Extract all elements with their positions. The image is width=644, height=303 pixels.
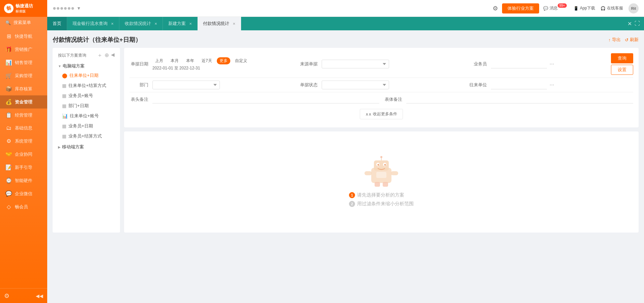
tab-close-receivable[interactable]: ✕: [154, 22, 157, 26]
counterpart-input[interactable]: [491, 81, 547, 89]
sidebar-logo: 畅 畅捷通坊 标准版: [0, 0, 47, 17]
enterprise-icon: 🤝: [5, 151, 12, 157]
query-btn[interactable]: 查询: [611, 53, 633, 63]
settings-btn[interactable]: 设置: [611, 65, 633, 75]
footer-collapse-icon[interactable]: ◀◀: [36, 293, 43, 299]
date-option-this-year[interactable]: 本年: [183, 57, 197, 65]
hardware-icon: ⌚: [5, 177, 12, 184]
tab-close-cash-flow[interactable]: ✕: [111, 22, 114, 26]
svg-point-7: [380, 156, 382, 158]
date-option-this-month[interactable]: 本月: [168, 57, 181, 65]
tab-close-all-icon[interactable]: ✕: [627, 21, 632, 27]
system-icon: ⚙: [5, 138, 12, 144]
main-layout: 按以下方案查询 ＋ ⊕ ◀ ▼ 电脑端方案 ⬤ 往来单位+日期: [53, 48, 639, 233]
content-area: 付款情况统计（往来单位+日期） ↑ 导出 ↺ 刷新 按以下方案查询 ＋: [47, 30, 644, 303]
scheme-item-dept-date[interactable]: ▦ 部门+日期: [55, 101, 117, 111]
notification-badge: 99+: [558, 3, 567, 8]
sidebar-item-wechat[interactable]: 💬 企业微信: [0, 187, 47, 200]
scheme-settings-icon[interactable]: ⊕: [105, 52, 109, 59]
sidebar-item-quick-nav[interactable]: ⊞ 快捷导航: [0, 30, 47, 43]
tabbar: 首页 现金银行流水查询 ✕ 收款情况统计 ✕ 新建方案 ✕ 付款情况统计 ✕ ✕…: [47, 17, 644, 30]
logo-text: 畅捷通坊 标准版: [16, 3, 33, 14]
scheme-item-unit-account[interactable]: 📊 往来单位+账号: [55, 111, 117, 121]
tab-payment-stats[interactable]: 付款情况统计 ✕: [198, 17, 241, 30]
tab-home[interactable]: 首页: [47, 17, 67, 30]
marketing-icon: 🎁: [5, 46, 12, 53]
sidebar-item-system[interactable]: ⚙ 系统管理: [0, 134, 47, 148]
sidebar-item-marketing[interactable]: 🎁 营销推广: [0, 43, 47, 56]
svg-rect-12: [376, 172, 386, 178]
scheme-collapse-icon[interactable]: ◀: [111, 52, 115, 59]
svg-rect-11: [383, 182, 388, 187]
empty-tips: 请先选择要分析的方案 用过滤条件来缩小分析范围: [349, 192, 414, 210]
counterpart-dots[interactable]: ···: [550, 82, 554, 88]
collapse-btn[interactable]: ∧∧ 收起更多条件: [360, 109, 403, 119]
scheme-item-unit-date[interactable]: ⬤ 往来单位+日期: [55, 70, 117, 81]
date-option-more[interactable]: 更多: [217, 57, 230, 64]
tab-close-payment-stats[interactable]: ✕: [233, 22, 235, 26]
svg-point-5: [384, 164, 386, 166]
empty-state: 请先选择要分析的方案 用过滤条件来缩小分析范围: [349, 131, 414, 233]
search-menu[interactable]: 🔍 搜索菜单: [0, 17, 47, 28]
header-note-input[interactable]: [152, 95, 379, 103]
desktop-group-arrow: ▼: [58, 64, 61, 68]
topbar-settings-icon[interactable]: ⚙: [493, 5, 498, 12]
collapse-icon: ∧∧: [365, 112, 372, 117]
sidebar-item-hardware[interactable]: ⌚ 智能硬件: [0, 174, 47, 187]
tab-new-scheme[interactable]: 新建方案 ✕: [163, 17, 198, 30]
scheme-group-mobile-header[interactable]: ▶ 移动端方案: [55, 143, 117, 151]
sidebar-item-vip[interactable]: ◇ 畅会员: [0, 200, 47, 213]
scheme-item-staff-account[interactable]: ▦ 业务员+账号: [55, 91, 117, 101]
page-header: 付款情况统计（往来单位+日期） ↑ 导出 ↺ 刷新: [53, 36, 639, 44]
query-actions: 查询 设置: [611, 53, 633, 75]
sidebar-item-guide[interactable]: 📝 新手引导: [0, 161, 47, 174]
app-download-action[interactable]: 📱 App下载: [574, 5, 595, 11]
date-range: 2022-01-01 至 2022-12-31: [152, 65, 295, 71]
sidebar-item-enterprise[interactable]: 🤝 企业协同: [0, 148, 47, 161]
scheme-group-desktop-header[interactable]: ▼ 电脑端方案: [55, 62, 117, 70]
sidebar-item-purchase[interactable]: 🛒 采购管理: [0, 69, 47, 82]
breadcrumb: ●●●●●● ▼: [53, 5, 489, 12]
breadcrumb-blurred: ●●●●●●: [53, 5, 75, 12]
message-action[interactable]: 💬 消息 99+: [543, 5, 568, 11]
dept-select[interactable]: [152, 81, 220, 89]
dept-field-group: [152, 81, 295, 89]
sidebar-item-operation[interactable]: 📋 经营管理: [0, 109, 47, 122]
sidebar-item-inventory[interactable]: 📦 库存核算: [0, 82, 47, 95]
scheme-icons: ＋ ⊕ ◀: [97, 52, 115, 59]
date-option-custom[interactable]: 自定义: [232, 57, 250, 65]
source-field-group: [322, 60, 464, 68]
scheme-panel: 按以下方案查询 ＋ ⊕ ◀ ▼ 电脑端方案 ⬤ 往来单位+日期: [53, 48, 120, 233]
tab-close-new-scheme[interactable]: ✕: [189, 22, 192, 26]
sidebar-item-finance[interactable]: 💰 资金管理: [0, 95, 47, 109]
doc-status-select[interactable]: [322, 81, 389, 89]
topbar-actions: 💬 消息 99+ 📱 App下载 🎧 在线客服 Rit: [543, 3, 639, 13]
scheme-item-staff-settle[interactable]: ▦ 业务员+结算方式: [55, 131, 117, 141]
tab-fullscreen-icon[interactable]: ⛶: [635, 21, 640, 27]
sidebar-item-sales[interactable]: 📊 销售管理: [0, 56, 47, 69]
body-note-input[interactable]: [406, 95, 633, 103]
service-action[interactable]: 🎧 在线客服: [601, 5, 623, 11]
scheme-item-unit-settle[interactable]: ▦ 往来单位+结算方式: [55, 81, 117, 91]
date-option-7days[interactable]: 近7天: [199, 57, 215, 65]
logo-icon: 畅: [4, 4, 13, 13]
guide-icon: 📝: [5, 164, 12, 171]
svg-rect-1: [374, 160, 389, 171]
staff-input[interactable]: [491, 60, 547, 68]
user-avatar[interactable]: Rit: [628, 3, 639, 13]
refresh-btn[interactable]: ↺ 刷新: [625, 37, 639, 43]
date-option-last-month[interactable]: 上月: [152, 57, 166, 65]
staff-dots[interactable]: ···: [550, 61, 554, 67]
tab-cash-flow[interactable]: 现金银行流水查询 ✕: [67, 17, 119, 30]
scheme-add-icon[interactable]: ＋: [97, 52, 103, 59]
purchase-icon: 🛒: [5, 72, 12, 79]
tab-receivable[interactable]: 收款情况统计 ✕: [119, 17, 163, 30]
scheme-item-staff-date[interactable]: ▦ 业务员+日期: [55, 121, 117, 131]
trial-btn[interactable]: 体验行业方案: [502, 3, 539, 13]
sidebar: 畅 畅捷通坊 标准版 🔍 搜索菜单 ⊞ 快捷导航 🎁 营销推广 📊 销售管理 🛒…: [0, 0, 47, 303]
footer-settings-icon[interactable]: ⚙: [4, 292, 9, 300]
export-icon: ↑: [609, 37, 611, 42]
sidebar-item-basic[interactable]: 🗂 基础信息: [0, 122, 47, 134]
export-btn[interactable]: ↑ 导出: [609, 37, 621, 43]
source-select[interactable]: [322, 60, 389, 68]
